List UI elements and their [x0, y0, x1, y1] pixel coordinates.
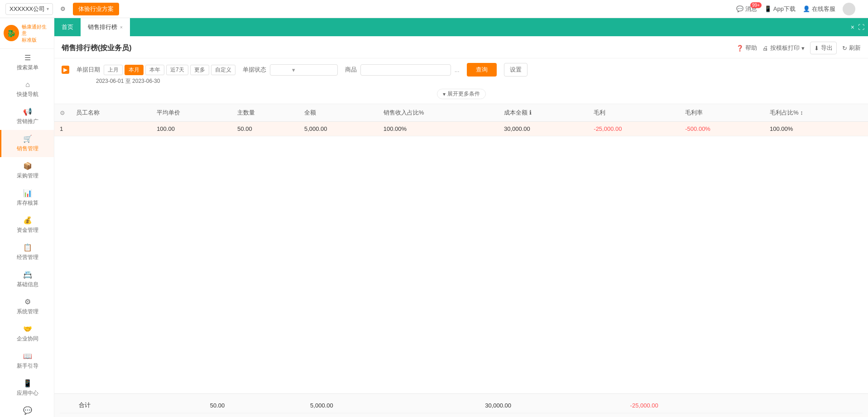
th-amount: 全额: [299, 104, 378, 122]
collapse-filter-button[interactable]: ▶: [62, 66, 69, 74]
export-icon: ⬇: [814, 45, 819, 52]
top-bar-left: XXXXXX公司 ▾ ⚙ 体验行业方案: [5, 3, 119, 15]
message-button[interactable]: 💬 消息 99+: [736, 5, 757, 13]
fullscreen-icon[interactable]: ⛶: [858, 24, 864, 31]
footer-gross: -25,000.00: [625, 398, 777, 413]
date-btn-last-month[interactable]: 上月: [104, 65, 123, 75]
marketing-icon: 📢: [23, 107, 32, 116]
th-gross-pct: 毛利占比% ↕: [764, 104, 868, 122]
tab-close-icon[interactable]: ×: [120, 25, 123, 30]
date-range-display: 2023-06-01 至 2023-06-30: [96, 77, 861, 85]
status-select[interactable]: ▾: [270, 64, 338, 76]
cell-gross-pct: 100.00%: [764, 122, 868, 136]
top-bar-right: 💬 消息 99+ 📱 App下载 👤 在线客服: [736, 3, 863, 15]
close-tab-icon[interactable]: ×: [851, 24, 854, 31]
template-print-button[interactable]: 🖨 按模板打印 ▾: [762, 44, 805, 52]
trial-button[interactable]: 体验行业方案: [73, 3, 119, 15]
more-filters-icon[interactable]: ...: [455, 67, 460, 73]
date-range-text: 2023-06-01 至 2023-06-30: [96, 78, 160, 84]
status-label: 单据状态: [243, 66, 266, 74]
sidebar-item-shortcut[interactable]: ⌂ 快捷导航: [0, 76, 54, 103]
service-label: 在线客服: [812, 5, 835, 13]
avatar[interactable]: [843, 3, 855, 15]
cell-gross-rate: -500.00%: [680, 122, 764, 136]
table-row: 1 100.00 50.00 5,000.00 100.00% 30,000.0…: [54, 122, 868, 136]
expand-conditions-button[interactable]: ▾ 展开更多条件: [437, 89, 486, 99]
footer-cost: 30,000.00: [480, 398, 624, 413]
table-footer: 合计 50.00 5,000.00 30,000.00 -25,000.00: [54, 393, 868, 417]
sidebar-item-label: 应用中心: [17, 389, 38, 397]
goods-filter: 商品 ...: [345, 64, 460, 76]
date-btn-custom[interactable]: 自定义: [211, 65, 235, 75]
sidebar-item-basic[interactable]: 📇 基础信息: [0, 266, 54, 293]
sidebar-item-purchase[interactable]: 📦 采购管理: [0, 157, 54, 184]
sidebar-item-label: 销售管理: [17, 145, 38, 153]
cell-avg-price: 100.00: [151, 122, 232, 136]
company-name: XXXXXX公司: [10, 5, 45, 13]
help-button[interactable]: ❓ 帮助: [736, 44, 757, 52]
th-name: 员工名称: [71, 104, 151, 122]
date-buttons: 上月 本月 本年 近7天 更多 自定义: [104, 65, 235, 75]
sidebar-item-system[interactable]: ⚙ 系统管理: [0, 293, 54, 320]
wechat-icon: 💬: [23, 406, 32, 415]
tab-home[interactable]: 首页: [54, 18, 81, 36]
tab-bar: 首页 销售排行榜 × × ⛶: [54, 18, 868, 36]
sidebar-item-finance[interactable]: 💰 资金管理: [0, 211, 54, 239]
main-content: 首页 销售排行榜 × × ⛶ 销售排行榜(按业务员) ❓ 帮助 🖨 按模板打印: [54, 18, 868, 417]
sidebar-item-label: 经营管理: [17, 254, 38, 261]
sidebar-item-enterprise[interactable]: 🤝 企业协同: [0, 320, 54, 347]
goods-input[interactable]: [360, 64, 451, 76]
status-chevron-icon: ▾: [292, 67, 295, 73]
th-qty: 主数量: [232, 104, 299, 122]
sidebar-item-label: 企业协同: [17, 335, 38, 343]
ranking-table: ⚙ 员工名称 平均单价 主数量 全额 销售收入占比% 成本全额 ℹ 毛利 毛利率…: [54, 104, 868, 136]
sidebar-item-label: 资金管理: [17, 226, 38, 234]
appstore-icon: 📱: [23, 379, 32, 388]
company-selector[interactable]: XXXXXX公司 ▾: [5, 3, 53, 15]
sidebar-item-appstore[interactable]: 📱 应用中心: [0, 374, 54, 402]
sidebar-item-operation[interactable]: 📋 经营管理: [0, 239, 54, 266]
settings-icon[interactable]: ⚙: [57, 3, 69, 15]
export-button[interactable]: ⬇ 导出: [810, 42, 837, 54]
th-gross: 毛利: [588, 104, 680, 122]
goods-label: 商品: [345, 66, 357, 74]
sidebar-item-sales[interactable]: 🛒 销售管理: [0, 130, 54, 157]
logo-text: 畅康通好生意 标准版: [22, 24, 50, 43]
filter-bar: ▶ 单据日期 上月 本月 本年 近7天 更多 自定义 单据状: [54, 58, 868, 104]
service-icon: 👤: [803, 5, 810, 12]
sidebar: 🐉 畅康通好生意 标准版 ☰ 搜索菜单 ⌂ 快捷导航 📢 营销推广 🛒 销售管理: [0, 18, 54, 417]
tab-bar-right: × ⛶: [851, 24, 868, 31]
page-actions: ❓ 帮助 🖨 按模板打印 ▾ ⬇ 导出 ↻ 刷新: [736, 42, 861, 54]
date-btn-more[interactable]: 更多: [190, 65, 209, 75]
online-service-button[interactable]: 👤 在线客服: [803, 5, 835, 13]
basic-icon: 📇: [23, 270, 32, 279]
cell-cost: 30,000.00: [499, 122, 588, 136]
table-container: ⚙ 员工名称 平均单价 主数量 全额 销售收入占比% 成本全额 ℹ 毛利 毛利率…: [54, 104, 868, 393]
tab-sales-ranking[interactable]: 销售排行榜 ×: [81, 18, 130, 36]
cell-name: [71, 122, 151, 136]
table-settings-button[interactable]: 设置: [504, 63, 528, 77]
sidebar-item-search[interactable]: ☰ 搜索菜单: [0, 49, 54, 76]
column-settings-icon[interactable]: ⚙: [60, 110, 65, 116]
app-download-button[interactable]: 📱 App下载: [764, 5, 796, 13]
sidebar-item-wechat[interactable]: 💬 企业微信: [0, 402, 54, 417]
refresh-button[interactable]: ↻ 刷新: [842, 44, 861, 52]
date-btn-this-month[interactable]: 本月: [125, 65, 144, 75]
sidebar-item-label: 快捷导航: [17, 91, 38, 98]
print-chevron-icon: ▾: [801, 45, 805, 52]
sidebar-item-inventory[interactable]: 📊 库存核算: [0, 184, 54, 211]
shortcut-icon: ⌂: [25, 81, 30, 89]
sidebar-item-marketing[interactable]: 📢 营销推广: [0, 103, 54, 130]
message-icon: 💬: [736, 5, 743, 12]
date-btn-7days[interactable]: 近7天: [166, 65, 188, 75]
query-button[interactable]: 查询: [467, 63, 497, 77]
cell-amount: 5,000.00: [299, 122, 378, 136]
logo-icon: 🐉: [4, 25, 19, 41]
footer-row: 合计 50.00 5,000.00 30,000.00 -25,000.00: [60, 398, 863, 413]
table-header-row: ⚙ 员工名称 平均单价 主数量 全额 销售收入占比% 成本全额 ℹ 毛利 毛利率…: [54, 104, 868, 122]
search-menu-icon: ☰: [24, 53, 31, 62]
sidebar-item-label: 采购管理: [17, 172, 38, 180]
guide-icon: 📖: [23, 352, 32, 360]
sidebar-item-guide[interactable]: 📖 新手引导: [0, 347, 54, 374]
date-btn-this-year[interactable]: 本年: [145, 65, 164, 75]
